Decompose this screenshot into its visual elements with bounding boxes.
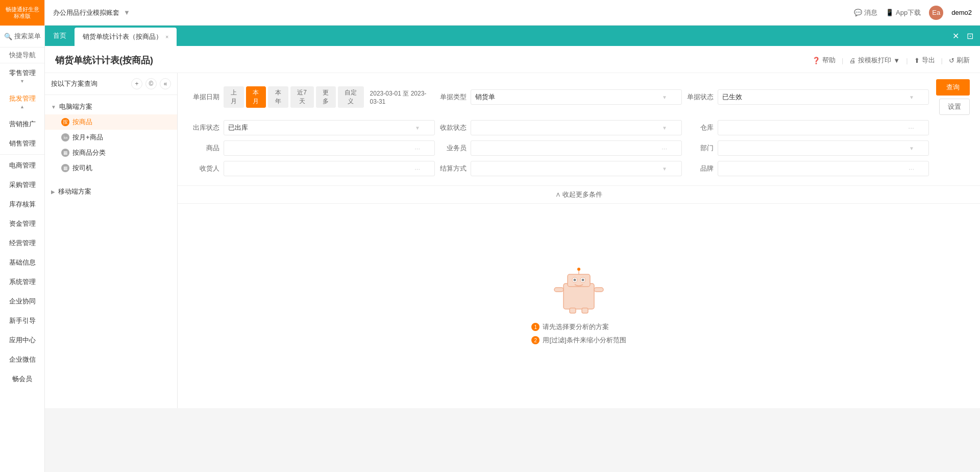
date-btn-custom[interactable]: 自定义 [338,86,363,108]
sidebar-item-operations[interactable]: 经营管理 [0,233,44,253]
step-1-text: 请先选择要分析的方案 [543,322,609,332]
receiver-input[interactable]: ··· [224,161,435,176]
date-options: 上月 本月 本年 近7天 更多 自定义 2023-03-01 至 2023-03… [224,86,435,108]
dropdown-arrow: ▼ [909,95,914,100]
sidebar-item-guide[interactable]: 新手引导 [0,311,44,331]
tab-bar-actions: ✕ ⊡ [945,30,980,42]
maximize-tab-action[interactable]: ⊡ [964,30,976,42]
sidebar-item-basic[interactable]: 基础信息 [0,253,44,272]
svg-point-4 [573,279,576,281]
close-tab-action[interactable]: ✕ [949,30,962,42]
collapse-panel-button[interactable]: « [160,78,171,89]
tab-home-label: 首页 [53,31,66,40]
sidebar-item-apps[interactable]: 应用中心 [0,331,44,350]
doc-status-label: 单据状态 [682,92,718,102]
sidebar-item-procurement[interactable]: 采购管理 [0,175,44,195]
out-status-select[interactable]: 已出库 ▼ [224,120,435,135]
sidebar-item-wechat[interactable]: 企业微信 [0,350,44,369]
warehouse-input[interactable]: ··· [718,120,929,135]
pc-schemes-header[interactable]: ▼ 电脑端方案 [45,99,177,114]
svg-point-11 [577,268,580,271]
mobile-schemes-title: 移动端方案 [58,187,91,196]
app-download-button[interactable]: 📱 App下载 [886,8,921,17]
filter-rows: 单据日期 上月 本月 本年 近7天 更多 自定义 2023-03-01 至 20… [178,73,980,185]
date-btn-last-month[interactable]: 上月 [224,86,244,108]
scheme-by-goods[interactable]: 按 按商品 [45,114,177,130]
sidebar-item-member[interactable]: 畅会员 [0,369,44,389]
tab-close-icon[interactable]: × [165,34,168,40]
print-dropdown-icon[interactable]: ▼ [893,57,900,64]
help-button[interactable]: ❓ 帮助 [812,56,836,65]
mobile-schemes-header[interactable]: ▶ 移动端方案 [45,184,177,199]
doc-type-select[interactable]: 销货单 ▼ [471,89,682,105]
sidebar-item-inventory[interactable]: 库存核算 [0,195,44,214]
out-status-filter: 出库状态 已出库 ▼ [188,120,435,135]
settlement-filter: 结算方式 ▼ [435,161,682,176]
svg-rect-6 [554,288,564,292]
quicknav-button[interactable]: 快捷导航 [0,48,44,63]
sidebar-item-sales[interactable]: 销售管理 [0,134,44,153]
receipt-status-filter: 收款状态 ▼ [435,120,682,135]
refresh-icon: ↺ [949,57,954,64]
date-btn-7days[interactable]: 近7天 [290,86,314,108]
brand-input[interactable]: ··· [718,161,929,176]
tab-current[interactable]: 销货单统计计表（按商品） × [75,28,177,46]
sidebar-item-label: 应用中心 [9,336,36,345]
sidebar-item-system[interactable]: 系统管理 [0,272,44,292]
date-btn-this-month[interactable]: 本月 [246,86,266,108]
receipt-status-select[interactable]: ▼ [471,120,682,135]
goods-label: 商品 [188,144,224,153]
message-button[interactable]: 💬 消息 [854,8,877,17]
settlement-select[interactable]: ▼ [471,161,682,176]
export-icon: ⬆ [914,57,920,64]
department-select[interactable]: ▼ [718,140,929,156]
export-button[interactable]: ⬆ 导出 [914,56,935,65]
search-label: 搜索菜单 [14,32,41,41]
tab-home[interactable]: 首页 [45,26,75,46]
date-filter-group: 单据日期 上月 本月 本年 近7天 更多 自定义 2023-03-01 至 20… [188,86,435,108]
step-number: 1 [531,323,540,331]
scheme-by-month-goods[interactable]: ㎞ 按月+商品 [45,130,177,145]
add-scheme-button[interactable]: + [131,78,142,89]
filter-wrapper: 单据日期 上月 本月 本年 近7天 更多 自定义 2023-03-01 至 20… [178,73,980,204]
sidebar-item-marketing[interactable]: 营销推广 [0,114,44,134]
doc-type-value: 销货单 [475,92,495,102]
scheme-by-cashier[interactable]: ▦ 按司机 [45,160,177,176]
copy-scheme-button[interactable]: © [145,78,157,89]
doc-status-select[interactable]: 已生效 ▼ [718,89,929,105]
sidebar-item-ecommerce[interactable]: 电商管理 [0,156,44,175]
avatar[interactable]: Ea [929,6,943,20]
chevron-icon: ▼ [20,79,24,84]
refresh-button[interactable]: ↺ 刷新 [949,56,970,65]
export-label: 导出 [922,56,935,65]
salesperson-input[interactable]: ··· [471,140,682,156]
date-btn-this-year[interactable]: 本年 [268,86,288,108]
receiver-filter: 收货人 ··· [188,161,435,176]
sidebar-item-finance[interactable]: 资金管理 [0,214,44,233]
goods-input[interactable]: ··· [224,140,435,156]
settings-button[interactable]: 设置 [939,99,970,115]
robot-svg [548,263,609,314]
sidebar-search[interactable]: 🔍 搜索菜单 [0,26,44,48]
left-panel-title: 按以下方案查询 [51,79,97,88]
page-title: 销货单统计计表(按商品) [55,54,153,66]
download-label: App下载 [896,8,921,17]
scheme-icon: ㎞ [61,133,69,141]
scheme-by-category[interactable]: ▦ 按商品分类 [45,145,177,160]
query-button[interactable]: 查询 [936,79,970,96]
sidebar-item-wholesale[interactable]: 批发管理 ▲ [0,89,44,114]
sidebar-item-enterprise[interactable]: 企业协同 [0,292,44,311]
sidebar-item-retail[interactable]: 零售管理 ▼ [0,63,44,89]
salesperson-filter: 业务员 ··· [435,140,682,156]
workspace-dropdown-icon[interactable]: ▼ [124,9,130,16]
date-btn-more[interactable]: 更多 [316,86,336,108]
out-status-value: 已出库 [228,123,248,132]
tree-expand-icon: ▼ [51,104,56,110]
collapse-filter-button[interactable]: ∧ 收起更多条件 [178,185,980,203]
print-button[interactable]: 🖨 按模板打印 ▼ [849,56,900,65]
department-input-wrap: ▼ [718,140,929,156]
sidebar-item-label: 经营管理 [9,239,36,248]
sidebar-item-label: 基础信息 [9,258,36,267]
search-menu-button[interactable]: 🔍 搜索菜单 [3,30,41,43]
goods-input-wrap: ··· [224,140,435,156]
